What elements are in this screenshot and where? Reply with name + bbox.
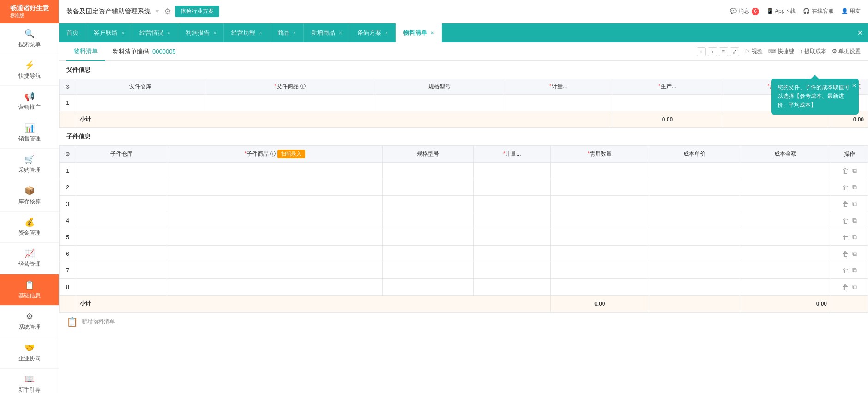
message-link[interactable]: 💬 消息 6 <box>730 7 760 15</box>
copy-icon[interactable]: ⧉ <box>852 167 857 175</box>
tab-operation-history[interactable]: 经营历程× <box>224 23 270 42</box>
close-icon[interactable]: × <box>385 30 388 36</box>
close-icon[interactable]: × <box>121 30 124 36</box>
delete-icon[interactable]: 🗑 <box>842 250 849 258</box>
parent-row-1-production[interactable] <box>613 95 722 111</box>
close-icon[interactable]: × <box>293 30 296 36</box>
parent-row-1-warehouse[interactable] <box>76 95 205 111</box>
online-service-link[interactable]: 🎧 在线客服 <box>803 7 833 15</box>
child-col-warehouse: 子件仓库 <box>76 146 167 163</box>
copy-icon[interactable]: ⧉ <box>852 266 857 274</box>
sidebar-item-label: 新手引导 <box>18 386 41 393</box>
trial-btn[interactable]: 体验行业方案 <box>175 6 219 17</box>
child-row-1-spec[interactable] <box>382 163 473 179</box>
child-row-2-actions: 🗑⧉ <box>831 179 868 196</box>
parent-table-container: × 您的父件、子件的成本取值可以选择【参考成本、最新进价、平均成本】 ⚙ 父件仓… <box>59 79 868 128</box>
tab-barcode[interactable]: 条码方案× <box>350 23 396 42</box>
child-row-1-qty[interactable] <box>551 163 649 179</box>
child-row-1-unit-cost[interactable] <box>649 163 740 179</box>
sidebar-item-label: 库存核算 <box>18 198 41 206</box>
child-table: ⚙ 子件仓库 *子件商品 ⓘ 扫码录入 规格型号 *计量... *需用数量 成本… <box>59 145 868 312</box>
close-icon[interactable]: × <box>167 30 170 36</box>
settings-icon[interactable]: ⚙ <box>65 84 70 90</box>
tab-bom[interactable]: 物料清单× <box>396 23 441 42</box>
list-icon: 📋 <box>24 280 35 290</box>
main-area: 装备及固定资产辅助管理系统 ▼ ⚙ 体验行业方案 💬 消息 6 📱 App下载 … <box>59 0 868 393</box>
tab-operation-status[interactable]: 经营情况× <box>132 23 178 42</box>
delete-icon[interactable]: 🗑 <box>842 267 849 274</box>
shortcut-action[interactable]: ⌨ 快捷键 <box>768 48 794 55</box>
sidebar-item-label: 企业协同 <box>18 355 41 363</box>
close-icon[interactable]: × <box>339 30 342 36</box>
sidebar-item-operation[interactable]: 📈 经营管理 <box>0 243 59 274</box>
sidebar-item-enterprise[interactable]: 🤝 企业协同 <box>0 337 59 369</box>
child-row-1-unit[interactable] <box>474 163 551 179</box>
form-settings-action[interactable]: ⚙ 单据设置 <box>832 48 861 55</box>
close-icon[interactable]: × <box>431 30 434 36</box>
parent-row-1-spec[interactable] <box>375 95 504 111</box>
delete-icon[interactable]: 🗑 <box>842 184 849 191</box>
child-row-6-actions: 🗑⧉ <box>831 246 868 262</box>
child-row-4: 4 🗑⧉ <box>60 212 868 229</box>
sub-nav-bom-list[interactable]: 物料清单 <box>66 42 105 61</box>
parent-col-settings: ⚙ <box>60 79 76 95</box>
copy-icon[interactable]: ⧉ <box>852 233 857 241</box>
nav-arrows: ‹ › ≡ ⤢ <box>697 47 739 56</box>
delete-icon[interactable]: 🗑 <box>842 217 849 224</box>
video-action[interactable]: ▷ 视频 <box>745 48 763 55</box>
copy-icon[interactable]: ⧉ <box>852 250 857 258</box>
sidebar-item-quick-nav[interactable]: ⚡ 快捷导航 <box>0 54 59 86</box>
copy-icon[interactable]: ⧉ <box>852 283 857 291</box>
child-row-1-product[interactable] <box>167 163 383 179</box>
sidebar-item-finance[interactable]: 💰 资金管理 <box>0 212 59 243</box>
copy-icon[interactable]: ⧉ <box>852 183 857 191</box>
extract-cost-action[interactable]: ↑ 提取成本 <box>800 48 826 55</box>
bottom-bar: 📋 新增物料清单 <box>59 312 868 331</box>
child-row-1-warehouse[interactable] <box>76 163 167 179</box>
settings-icon[interactable]: ⚙ <box>164 6 171 17</box>
copy-icon[interactable]: ⧉ <box>852 217 857 224</box>
settings-icon[interactable]: ⚙ <box>65 151 70 157</box>
tab-customer[interactable]: 客户联络× <box>86 23 132 42</box>
add-bom-icon[interactable]: 📋 <box>66 316 78 327</box>
scan-btn[interactable]: 扫码录入 <box>277 150 305 158</box>
sidebar-item-system[interactable]: ⚙ 系统管理 <box>0 306 59 337</box>
close-icon[interactable]: × <box>259 30 262 36</box>
sidebar-item-search[interactable]: 🔍 搜索菜单 <box>0 23 59 54</box>
user-avatar[interactable]: 👤 用友 <box>841 7 861 15</box>
cart-icon: 🛒 <box>24 154 35 164</box>
parent-col-product: *父件商品 ⓘ <box>205 79 375 95</box>
delete-icon[interactable]: 🗑 <box>842 234 849 241</box>
delete-icon[interactable]: 🗑 <box>842 284 849 291</box>
sidebar-item-label: 经营管理 <box>18 260 41 268</box>
parent-col-unit: *计量... <box>504 79 613 95</box>
copy-icon[interactable]: ⧉ <box>852 200 857 208</box>
sidebar-item-basic-info[interactable]: 📋 基础信息 <box>0 274 59 306</box>
tab-home[interactable]: 首页 <box>59 23 86 42</box>
parent-col-warehouse: 父件仓库 <box>76 79 205 95</box>
nav-expand[interactable]: ⤢ <box>730 47 739 56</box>
nav-next[interactable]: › <box>708 47 717 56</box>
child-row-3: 3 🗑⧉ <box>60 196 868 212</box>
parent-row-1-unit[interactable] <box>504 95 613 111</box>
sidebar-item-guide[interactable]: 📖 新手引导 <box>0 369 59 393</box>
delete-icon[interactable]: 🗑 <box>842 167 849 175</box>
close-all-tabs[interactable]: × <box>852 28 868 38</box>
sidebar-item-marketing[interactable]: 📢 营销推广 <box>0 86 59 117</box>
tab-profit[interactable]: 利润报告× <box>178 23 224 42</box>
content-area: 父件信息 × 您的父件、子件的成本取值可以选择【参考成本、最新进价、平均成本】 … <box>59 61 868 393</box>
tab-product[interactable]: 商品× <box>270 23 304 42</box>
sidebar-item-inventory[interactable]: 📦 库存核算 <box>0 180 59 212</box>
money-icon: 💰 <box>24 217 35 227</box>
delete-icon[interactable]: 🗑 <box>842 200 849 208</box>
nav-prev[interactable]: ‹ <box>697 47 706 56</box>
tab-new-product[interactable]: 新增商品× <box>304 23 350 42</box>
sidebar-item-purchase[interactable]: 🛒 采购管理 <box>0 149 59 180</box>
nav-menu[interactable]: ≡ <box>719 47 728 56</box>
close-icon[interactable]: × <box>213 30 216 36</box>
app-download-link[interactable]: 📱 App下载 <box>766 7 796 15</box>
add-bom-label[interactable]: 新增物料清单 <box>82 318 115 326</box>
parent-row-1-product[interactable] <box>205 95 375 111</box>
tooltip-close[interactable]: × <box>852 80 856 91</box>
sidebar-item-sales[interactable]: 📊 销售管理 <box>0 117 59 149</box>
